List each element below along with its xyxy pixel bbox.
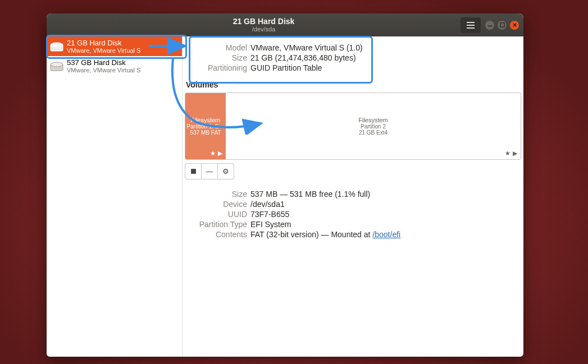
delete-partition-button[interactable]: — (202, 163, 218, 179)
ptype-label: Partition Type (188, 220, 247, 229)
device-value: /dev/sda1 (250, 200, 285, 209)
unmount-button[interactable] (185, 163, 202, 179)
size-value: 21 GB (21,474,836,480 bytes) (250, 53, 356, 62)
vsize-value: 537 MB — 531 MB free (1.1% full) (250, 190, 370, 199)
partition-sub1: Partition 2 (361, 123, 386, 130)
partition-name: Filesystem (191, 117, 221, 123)
volume-toolbar: — ⚙ (185, 163, 521, 179)
window-subtitle: /dev/sda (67, 26, 461, 33)
play-icon: ▶ (513, 150, 517, 157)
partition-name: Filesystem (358, 117, 388, 123)
disk-sidebar: 21 GB Hard Disk VMware, VMware Virtual S… (47, 36, 183, 357)
titlebar: 21 GB Hard Disk /dev/sda (47, 13, 523, 36)
disk-title: 21 GB Hard Disk (67, 39, 140, 47)
ptype-value: EFI System (250, 220, 291, 229)
hard-disk-icon (50, 40, 63, 53)
hard-disk-icon (50, 59, 63, 73)
disks-window: 21 GB Hard Disk /dev/sda 21 GB Hard Disk… (47, 13, 523, 357)
partitioning-value: GUID Partition Table (250, 63, 322, 72)
contents-text: FAT (32-bit version) — Mounted at (250, 230, 372, 239)
partitioning-label: Partitioning (188, 63, 247, 72)
svg-point-2 (51, 43, 63, 47)
partition-sub2: 537 MB FAT (190, 130, 221, 136)
window-title: 21 GB Hard Disk (67, 17, 461, 26)
uuid-value: 73F7-B655 (250, 210, 289, 219)
partition-1[interactable]: Filesystem Partition 2 21 GB Ext4 ★▶ (226, 93, 521, 159)
partition-sub1: Partition 1: E… (186, 123, 224, 130)
main-pane: ModelVMware, VMware Virtual S (1.0) Size… (183, 36, 523, 357)
disk-title: 537 GB Hard Disk (67, 58, 140, 67)
device-label: Device (188, 200, 247, 209)
volume-details: Size537 MB — 531 MB free (1.1% full) Dev… (185, 185, 521, 245)
partition-0[interactable]: Filesystem Partition 1: E… 537 MB FAT ★▶ (185, 93, 226, 159)
disk-subtitle: VMware, VMware Virtual S (67, 67, 140, 73)
maximize-button[interactable] (498, 21, 507, 30)
volume-settings-button[interactable]: ⚙ (218, 163, 234, 179)
contents-label: Contents (188, 230, 247, 239)
vsize-label: Size (188, 190, 247, 199)
volumes-heading: Volumes (186, 80, 521, 89)
sidebar-disk-0[interactable]: 21 GB Hard Disk VMware, VMware Virtual S (47, 36, 182, 56)
close-button[interactable] (510, 21, 519, 30)
minimize-button[interactable] (485, 21, 494, 30)
app-menu-button[interactable] (461, 17, 481, 33)
svg-rect-0 (500, 23, 504, 27)
svg-point-4 (51, 62, 63, 67)
uuid-label: UUID (188, 210, 247, 219)
gear-icon: ⚙ (222, 167, 229, 176)
star-icon: ★ (505, 150, 510, 157)
model-label: Model (188, 43, 247, 52)
disk-subtitle: VMware, VMware Virtual S (67, 47, 140, 54)
svg-rect-5 (191, 169, 196, 174)
size-label: Size (188, 53, 247, 62)
sidebar-disk-1[interactable]: 537 GB Hard Disk VMware, VMware Virtual … (47, 56, 182, 76)
disk-info: ModelVMware, VMware Virtual S (1.0) Size… (185, 39, 521, 78)
model-value: VMware, VMware Virtual S (1.0) (250, 43, 363, 52)
volume-graph: Filesystem Partition 1: E… 537 MB FAT ★▶… (185, 93, 521, 160)
partition-sub2: 21 GB Ext4 (359, 130, 388, 136)
mount-point-link[interactable]: /boot/efi (372, 230, 400, 239)
play-icon: ▶ (218, 150, 222, 157)
star-icon: ★ (210, 150, 216, 157)
